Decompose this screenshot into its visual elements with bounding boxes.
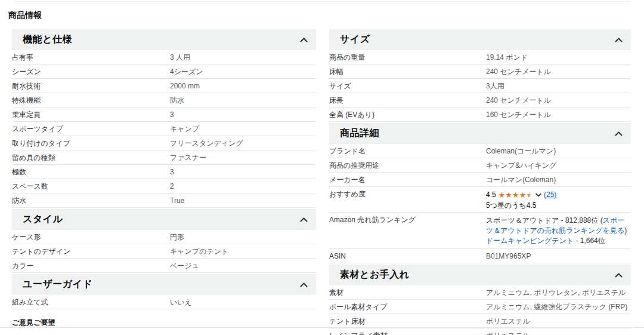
spec-label: 床長 (329, 96, 486, 105)
spec-value: 2 (170, 182, 316, 190)
section-header-product-details[interactable]: 商品詳細 (329, 123, 631, 144)
star-rating: ★★★★★ (499, 191, 533, 199)
section-title: サイズ (340, 33, 370, 46)
spec-label: 組み立て式 (12, 298, 170, 306)
section-header-style[interactable]: スタイル (12, 209, 316, 230)
spec-label: ASIN (329, 252, 486, 260)
table-row: 極数3 (12, 165, 316, 179)
table-row: 素材アルミニウム, ポリウレタン, ポリエステル (329, 285, 631, 300)
spec-label: レインフライ素材 (329, 331, 486, 335)
table-row: カラーベージュ (12, 259, 316, 273)
spec-label: 留め具の種類 (12, 153, 170, 162)
table-row: 防水True (12, 193, 316, 208)
right-column: サイズ 商品の重量19.14 ポンド 床幅240 センチメートル サイズ3人用 … (329, 28, 631, 335)
spec-label: ブランド名 (329, 147, 486, 155)
spec-label: 耐水技術 (12, 82, 170, 90)
spec-value: B01MY965XP (486, 252, 631, 260)
table-row: 商品の推奨用途キャンプ&ハイキング (329, 158, 631, 173)
spec-value: 240 センチメートル (486, 67, 631, 76)
chevron-up-icon (300, 38, 308, 42)
section-header-features-specs[interactable]: 機能と仕様 (12, 29, 316, 50)
spec-label: メーカー名 (329, 176, 486, 184)
spec-value: コールマン(Coleman) (486, 176, 631, 184)
spec-value: 3 人用 (170, 53, 316, 62)
spec-value: ファスナー (170, 153, 316, 162)
table-row: 組み立て式いいえ (12, 295, 316, 309)
section-title: ユーザーガイド (23, 278, 92, 291)
page-title: 商品情報 (8, 10, 636, 21)
ranking-text: ) (624, 226, 627, 235)
spec-label: 極数 (12, 168, 170, 176)
section-header-user-guide[interactable]: ユーザーガイド (12, 274, 316, 295)
table-row: ポール素材タイプアルミニウム, 繊維強化プラスチック (FRP) (329, 300, 631, 314)
spec-value: Coleman(コールマン) (486, 147, 631, 155)
star-half-icon: ★ (526, 191, 533, 199)
table-row: 乗車定員3 (12, 107, 316, 122)
rating-dropdown-chevron-icon[interactable] (535, 193, 541, 197)
spec-value: 防水 (170, 96, 316, 105)
rating-alt-text: 5つ星のうち4.5 (486, 201, 631, 210)
table-row: テントのデザインキャンプのテント (12, 244, 316, 259)
section-header-size[interactable]: サイズ (329, 29, 631, 50)
spec-value: True (170, 196, 316, 205)
spec-rows: 組み立て式いいえ (12, 295, 316, 309)
rating-value: 4.5 ★★★★★ (25) 5つ星のうち4.5 (486, 190, 631, 210)
spec-label: スポーツタイプ (12, 125, 170, 133)
spec-value: ベージュ (170, 262, 316, 270)
spec-value: 3人用 (486, 82, 631, 90)
left-column: 機能と仕様 占有率3 人用 シーズン4シーズン 耐水技術2000 mm 特殊機能… (8, 28, 316, 335)
section-title: 商品詳細 (340, 127, 379, 140)
product-information-panel: 商品情報 機能と仕様 占有率3 人用 シーズン4シーズン 耐水技術2000 mm… (0, 0, 644, 335)
ranking-text: - 1,664位 (574, 236, 605, 245)
spec-value: ポリエステル (486, 317, 631, 325)
ranking-text: スポーツ＆アウトドア - 812,888位 ( (486, 216, 603, 225)
chevron-up-icon (615, 131, 623, 136)
spec-value: 160 センチメートル (486, 110, 631, 119)
feedback-heading: ご意見ご要望 (12, 318, 316, 328)
section-title: 機能と仕様 (23, 33, 72, 46)
spec-label: テント床材 (329, 317, 486, 325)
section-features-specs: 機能と仕様 占有率3 人用 シーズン4シーズン 耐水技術2000 mm 特殊機能… (12, 29, 316, 208)
spec-value: 240 センチメートル (486, 96, 631, 105)
spec-rows: ブランド名Coleman(コールマン) 商品の推奨用途キャンプ&ハイキング メー… (329, 144, 631, 263)
chevron-up-icon (615, 273, 623, 278)
spec-rows: ケース形円形 テントのデザインキャンプのテント カラーベージュ (12, 230, 316, 273)
spec-value: キャンプ&ハイキング (486, 161, 631, 170)
star-icon: ★ (499, 191, 506, 199)
table-row: スペース数2 (12, 179, 316, 193)
section-title: 素材とお手入れ (340, 269, 410, 281)
dome-tent-ranking-link[interactable]: ドームキャンピングテント (486, 236, 574, 245)
spec-label: 特殊機能 (12, 96, 170, 105)
ranking-value: スポーツ＆アウトドア - 812,888位 (スポーツ＆アウトドアの売れ筋ランキ… (486, 216, 631, 246)
spec-label: 防水 (12, 196, 170, 205)
spec-value: 3 (170, 110, 316, 119)
reviews-count-link[interactable]: (25) (544, 190, 556, 199)
table-row: サイズ3人用 (329, 79, 631, 93)
table-row: 取り付けのタイプフリースタンディング (12, 136, 316, 150)
spec-value: フリースタンディング (170, 139, 316, 147)
table-row: 商品の重量19.14 ポンド (329, 50, 631, 64)
spec-rows: 占有率3 人用 シーズン4シーズン 耐水技術2000 mm 特殊機能防水 乗車定… (12, 50, 316, 208)
section-style: スタイル ケース形円形 テントのデザインキャンプのテント カラーベージュ (12, 209, 316, 273)
section-title: スタイル (23, 213, 63, 226)
spec-value: キャンプのテント (170, 247, 316, 256)
table-row: 留め具の種類ファスナー (12, 150, 316, 165)
section-size: サイズ 商品の重量19.14 ポンド 床幅240 センチメートル サイズ3人用 … (329, 29, 631, 122)
bottom-divider (0, 327, 644, 328)
spec-value: 3 (170, 168, 316, 176)
table-row: ブランド名Coleman(コールマン) (329, 144, 631, 158)
spec-value: 4シーズン (170, 67, 316, 76)
spec-label: カラー (12, 262, 170, 270)
table-row: ASINB01MY965XP (329, 249, 631, 263)
section-header-materials-care[interactable]: 素材とお手入れ (329, 265, 631, 285)
spec-label: サイズ (329, 82, 486, 90)
spec-label: Amazon 売れ筋ランキング (329, 216, 486, 224)
top-divider (15, 1, 630, 2)
spec-value: 2000 mm (170, 82, 316, 90)
spec-label: ケース形 (12, 233, 170, 241)
table-row: シーズン4シーズン (12, 64, 316, 79)
spec-label: おすすめ度 (329, 190, 486, 198)
star-icon: ★ (505, 191, 512, 199)
rating-row: おすすめ度 4.5 ★★★★★ (25) 5つ星のうち4.5 (329, 187, 631, 213)
section-user-guide: ユーザーガイド 組み立て式いいえ (12, 274, 316, 309)
